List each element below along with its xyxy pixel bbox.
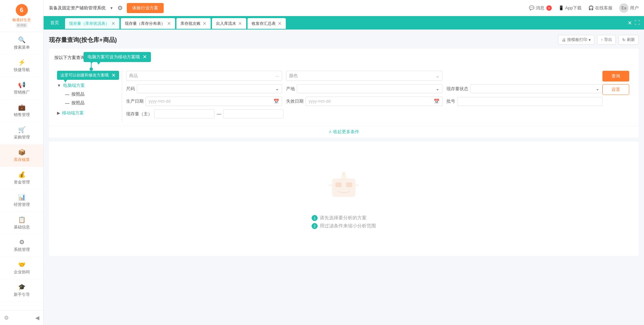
empty-icon <box>324 168 364 208</box>
tab-item-2[interactable]: 库存批次账 ✕ <box>176 18 211 29</box>
produce-date-start[interactable]: yyyy-mm-dd 📅 <box>146 97 282 106</box>
logo-area: 6 畅通好生意 标准版 <box>0 0 43 32</box>
tab-item-3[interactable]: 出入库流水 ✕ <box>212 18 246 29</box>
nav-icon: ⚙ <box>19 238 24 246</box>
field-stock-status: 现存量状态 ⌄ <box>446 84 602 93</box>
settings-icon[interactable]: ⚙ <box>4 315 9 321</box>
sidebar-item-企业协同[interactable]: 🤝 企业协同 <box>0 257 43 279</box>
tab-close-icon[interactable]: ✕ <box>111 21 115 26</box>
tab-item-0[interactable]: 现存量（库存状况表） ✕ <box>65 18 119 29</box>
phone-icon: 📱 <box>558 5 564 10</box>
collapse-icon[interactable]: ◀ <box>35 315 39 321</box>
size-input[interactable]: ⌄ <box>137 84 282 93</box>
set-btn[interactable]: 设置 <box>602 84 629 95</box>
collapse-bar[interactable]: ∧ 收起更多条件 <box>49 126 639 138</box>
color-input[interactable]: 颜色 ⌄ <box>286 71 442 81</box>
field-color: 颜色 ⌄ <box>286 71 442 81</box>
nav-label: 经营管理 <box>14 202 30 208</box>
tab-close-icon[interactable]: ✕ <box>203 21 207 26</box>
online-support-action[interactable]: 🎧 在线客服 <box>588 5 612 11</box>
app-download-label: App下载 <box>565 5 582 11</box>
tab-close-icon[interactable]: ✕ <box>238 21 242 26</box>
calendar-icon-2[interactable]: 📅 <box>434 99 439 104</box>
batch-no-input[interactable] <box>457 97 602 106</box>
print-icon: 🖨 <box>562 38 566 42</box>
hint-text-2: 用过滤条件来缩小分析范围 <box>320 223 376 229</box>
origin-input[interactable]: ⌄ <box>297 84 442 93</box>
tab-item-4[interactable]: 收发存汇总表 ✕ <box>248 18 286 29</box>
export-icon: ↑ <box>601 38 603 42</box>
logo-text: 畅通好生意 <box>12 17 31 22</box>
tab-close-icon[interactable]: ✕ <box>167 21 171 26</box>
tab-label: 现存量（库存状况表） <box>69 21 109 26</box>
scheme-item-2[interactable]: — 按照品 <box>57 99 119 107</box>
sidebar-item-销售管理[interactable]: 💼 销售管理 <box>0 100 43 122</box>
nav-label: 采购管理 <box>14 134 30 140</box>
tab-bar: 首页 现存量（库存状况表） ✕ 现存量（库存分布表） ✕ 库存批次账 ✕ 出入库… <box>44 16 644 30</box>
nav-label: 新手引导 <box>14 292 30 297</box>
goods-input[interactable]: 商品 ··· <box>126 71 282 81</box>
tooltip-create-close[interactable]: ✕ <box>111 73 116 78</box>
empty-illustration <box>324 168 364 202</box>
tab-expand-icon[interactable]: ⛶ <box>635 20 640 26</box>
export-btn[interactable]: ↑ 导出 <box>597 35 616 45</box>
goods-more-icon: ··· <box>275 73 279 78</box>
tooltip-scheme-text: 电脑方案可设为移动方案哦 <box>88 54 140 60</box>
color-placeholder: 颜色 <box>289 73 298 79</box>
filter-content-area: 商品 ··· 颜色 ⌄ <box>126 71 629 122</box>
scheme-group-mobile-name: 移动端方案 <box>62 110 84 116</box>
query-btn[interactable]: 查询 <box>602 71 629 82</box>
tab-close-icon[interactable]: ✕ <box>278 21 282 26</box>
nav-icon: 🛒 <box>18 126 25 133</box>
field-goods: 商品 ··· <box>126 71 282 81</box>
scheme-item-icon2: — <box>65 101 69 106</box>
sidebar-item-资金管理[interactable]: 💰 资金管理 <box>0 167 43 189</box>
sidebar-item-系统管理[interactable]: ⚙ 系统管理 <box>0 234 43 257</box>
sidebar-item-搜索菜单[interactable]: 🔍 搜索菜单 <box>0 32 43 55</box>
scheme-group-mobile[interactable]: ▶ 移动端方案 <box>54 109 119 117</box>
sidebar-item-采购管理[interactable]: 🛒 采购管理 <box>0 122 43 145</box>
hint-item-1: 1 请先选择要分析的方案 <box>312 215 376 221</box>
industry-btn[interactable]: 体验行业方案 <box>127 3 164 13</box>
sidebar-item-营销推广[interactable]: 📢 营销推广 <box>0 77 43 100</box>
tooltip-scheme-close[interactable]: ✕ <box>143 54 147 60</box>
sidebar-item-快捷导航[interactable]: ⚡ 快捷导航 <box>0 55 43 77</box>
message-action[interactable]: 💬 消息 9 <box>529 5 552 11</box>
sidebar-item-经营管理[interactable]: 📊 经营管理 <box>0 189 43 212</box>
tab-home[interactable]: 首页 <box>45 16 64 30</box>
stock-status-input[interactable]: ⌄ <box>470 84 602 93</box>
logo-badge: 标准版 <box>16 23 28 28</box>
tab-close-all-icon[interactable]: ✕ <box>628 20 632 26</box>
stock-qty-max[interactable] <box>223 109 283 118</box>
user-action[interactable]: Ea 用户 <box>619 3 639 13</box>
header-settings-icon[interactable]: ⚙ <box>117 4 123 12</box>
sidebar-item-新手引导[interactable]: 🎓 新手引导 <box>0 279 43 302</box>
tooltip-create-scheme: 这里可以创建和修改方案哦 ✕ <box>57 71 119 80</box>
field-produce-date: 生产日期 yyyy-mm-dd 📅 <box>126 97 282 106</box>
field-expire-date: 失效日期 yyyy-mm-dd 📅 <box>286 97 442 106</box>
tab-item-1[interactable]: 现存量（库存分布表） ✕ <box>121 18 175 29</box>
nav-icon: 🤝 <box>18 261 25 268</box>
expire-date-start[interactable]: yyyy-mm-dd 📅 <box>306 97 442 106</box>
tooltip-create-text: 这里可以创建和修改方案哦 <box>60 72 109 78</box>
field-stock-qty: 现存量（主） — <box>126 109 283 118</box>
sidebar-item-库存核算[interactable]: 📦 库存核算 <box>0 145 43 167</box>
nav-label: 基础信息 <box>14 224 30 230</box>
header-right: 💬 消息 9 📱 App下载 🎧 在线客服 Ea 用户 <box>529 3 639 13</box>
sidebar-item-基础信息[interactable]: 📋 基础信息 <box>0 212 43 234</box>
app-download-action[interactable]: 📱 App下载 <box>558 5 582 11</box>
origin-dropdown-icon: ⌄ <box>436 86 439 91</box>
message-badge: 9 <box>546 5 552 11</box>
calendar-icon-1[interactable]: 📅 <box>273 99 279 104</box>
refresh-btn[interactable]: ↻ 刷新 <box>619 35 639 45</box>
sidebar: 6 畅通好生意 标准版 🔍 搜索菜单 ⚡ 快捷导航 📢 营销推广 💼 销售管理 … <box>0 0 44 325</box>
tab-label: 出入库流水 <box>216 21 236 26</box>
page-title: 现存量查询(按仓库+商品) <box>49 36 117 44</box>
scheme-item-1[interactable]: — 按照品 <box>57 90 119 99</box>
nav-label: 营销推广 <box>14 90 30 95</box>
system-dropdown-btn[interactable]: ▼ <box>110 6 113 10</box>
filter-row-2: 尺码 ⌄ 产地 ⌄ <box>126 84 602 93</box>
stock-qty-min[interactable] <box>154 109 215 118</box>
hint-num-1: 1 <box>312 215 318 221</box>
template-print-btn[interactable]: 🖨 按模板打印 ▾ <box>558 35 594 45</box>
